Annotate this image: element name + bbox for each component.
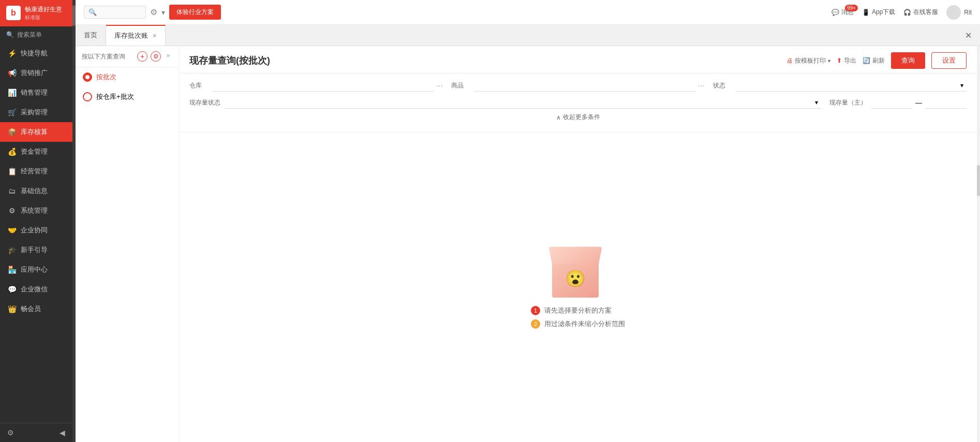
topbar-dropdown-icon[interactable]: ▾: [161, 8, 165, 17]
sidebar-item-label: 企业微信: [21, 285, 48, 294]
inventory-icon: 📦: [7, 127, 17, 137]
guide-icon: 🎓: [7, 245, 17, 255]
inventory-status-dropdown-icon: ▾: [815, 99, 818, 106]
collab-icon: 🤝: [7, 226, 17, 235]
sidebar-item-inventory[interactable]: 📦 库存核算: [0, 122, 72, 142]
empty-steps: 1 请先选择要分析的方案 2 用过滤条件来缩小分析范围: [531, 306, 625, 329]
phone-icon: 📱: [862, 9, 870, 16]
filter-row-1: 仓库 ··· 商品 ··· 状态 ▾: [189, 80, 967, 92]
active-scheme-indicator: [83, 72, 92, 82]
step-2-number: 2: [531, 319, 540, 329]
inventory-status-label: 现存量状态: [189, 98, 220, 107]
warehouse-dots[interactable]: ···: [436, 81, 443, 91]
sidebar-item-label: 经营管理: [21, 167, 48, 176]
customer-service-btn[interactable]: 🎧 在线客服: [903, 8, 938, 17]
collapse-panel-button[interactable]: »: [164, 51, 172, 60]
tab-home[interactable]: 首页: [76, 25, 106, 45]
sidebar-item-label: 库存核算: [21, 127, 48, 137]
sales-icon: 📊: [7, 88, 17, 97]
industry-solution-button[interactable]: 体验行业方案: [169, 5, 221, 20]
add-scheme-button[interactable]: +: [137, 51, 147, 62]
plus-icon: +: [140, 52, 144, 61]
product-input[interactable]: [474, 80, 696, 92]
sidebar-item-collab[interactable]: 🤝 企业协同: [0, 220, 72, 240]
page-content: 按以下方案查询 + ⚙ » 按批次: [76, 46, 980, 442]
sidebar-nav: ⚡ 快捷导航 📢 营销推广 📊 销售管理 🛒 采购管理 📦 库存核算 💰 资金管…: [0, 43, 72, 423]
sidebar-item-guide[interactable]: 🎓 新手引导: [0, 240, 72, 260]
print-button[interactable]: 🖨 按模板打印 ▾: [786, 56, 830, 65]
filter-area: 仓库 ··· 商品 ··· 状态 ▾: [179, 73, 977, 132]
right-panel: 现存量查询(按批次) 🖨 按模板打印 ▾ ⬆ 导出 🔄 刷新: [179, 46, 977, 442]
app-download-btn[interactable]: 📱 App下载: [862, 8, 895, 17]
export-button[interactable]: ⬆ 导出: [837, 56, 856, 65]
scheme-by-batch-label: 按批次: [96, 72, 116, 82]
tab-inventory-batch[interactable]: 库存批次账 ✕: [106, 25, 166, 46]
empty-illustration: 😮: [547, 246, 609, 298]
tab-panel-close-icon[interactable]: ✕: [965, 31, 972, 40]
sidebar-item-wechat[interactable]: 💬 企业微信: [0, 279, 72, 299]
inactive-scheme-indicator: [83, 92, 92, 101]
sidebar-item-label: 应用中心: [21, 265, 48, 274]
sidebar-item-purchase[interactable]: 🛒 采购管理: [0, 102, 72, 122]
sidebar-item-finance[interactable]: 💰 资金管理: [0, 142, 72, 161]
collapse-more-btn[interactable]: ∧ 收起更多条件: [189, 109, 967, 126]
sidebar-scrollbar[interactable]: [72, 0, 76, 442]
scheme-by-warehouse-batch-label: 按仓库+批次: [96, 92, 134, 101]
scheme-item-by-warehouse-batch[interactable]: 按仓库+批次: [76, 87, 179, 107]
empty-step-1: 1 请先选择要分析的方案: [531, 306, 625, 315]
warehouse-input[interactable]: [212, 80, 434, 92]
sidebar-item-basic[interactable]: 🗂 基础信息: [0, 181, 72, 201]
sidebar-item-marketing[interactable]: 📢 营销推广: [0, 63, 72, 83]
main-area: 🔍 ⚙ ▾ 体验行业方案 💬 消息 99+ 📱 App下载 🎧 在线客服: [76, 0, 980, 442]
page-header: 现存量查询(按批次) 🖨 按模板打印 ▾ ⬆ 导出 🔄 刷新: [179, 46, 977, 73]
export-label: 导出: [844, 56, 856, 65]
status-filter: 状态 ▾: [713, 80, 967, 92]
topbar-search[interactable]: 🔍: [84, 6, 146, 19]
scheme-item-by-batch[interactable]: 按批次: [76, 67, 179, 87]
settings-scheme-button[interactable]: ⚙: [151, 51, 161, 62]
export-icon: ⬆: [837, 57, 842, 64]
tab-close-icon[interactable]: ✕: [152, 33, 157, 39]
qty-max-input[interactable]: [925, 97, 967, 109]
marketing-icon: 📢: [7, 68, 17, 78]
topbar-gear-icon[interactable]: ⚙: [150, 7, 157, 17]
qty-min-input[interactable]: [871, 97, 912, 109]
sidebar-item-quick-nav[interactable]: ⚡ 快捷导航: [0, 43, 72, 63]
message-icon: 💬: [831, 9, 839, 16]
wechat-icon: 💬: [7, 285, 17, 294]
print-icon: 🖨: [786, 57, 793, 64]
page-header-actions: 🖨 按模板打印 ▾ ⬆ 导出 🔄 刷新 查询 设置: [786, 52, 967, 69]
content-scrollbar[interactable]: [977, 46, 980, 442]
settings-footer-icon[interactable]: ⚙: [7, 429, 14, 437]
sidebar-item-app-center[interactable]: 🏪 应用中心: [0, 260, 72, 279]
empty-step-2: 2 用过滤条件来缩小分析范围: [531, 319, 625, 329]
warehouse-label: 仓库: [189, 81, 208, 90]
app-version: 标准版: [25, 14, 62, 21]
print-dropdown-icon[interactable]: ▾: [828, 58, 830, 64]
finance-icon: 💰: [7, 147, 17, 156]
qty-separator: —: [915, 99, 922, 107]
sidebar-item-label: 系统管理: [21, 206, 48, 215]
status-dropdown-icon: ▾: [960, 82, 963, 89]
settings-button[interactable]: 设置: [931, 52, 967, 69]
sidebar-item-system[interactable]: ⚙ 系统管理: [0, 201, 72, 220]
user-menu[interactable]: Rit: [946, 5, 972, 20]
inventory-status-select[interactable]: ▾: [225, 97, 821, 109]
product-dots[interactable]: ···: [698, 81, 705, 91]
sidebar-item-sales[interactable]: 📊 销售管理: [0, 83, 72, 102]
status-select[interactable]: ▾: [736, 80, 967, 92]
refresh-button[interactable]: 🔄 刷新: [863, 56, 885, 65]
tab-home-label: 首页: [84, 31, 97, 40]
sidebar-item-label: 畅会员: [21, 304, 41, 314]
refresh-label: 刷新: [872, 56, 885, 65]
inventory-qty-filter: 现存量（主） —: [829, 97, 967, 109]
collapse-sidebar-btn[interactable]: ◀: [60, 429, 65, 437]
sidebar-item-operation[interactable]: 📋 经营管理: [0, 161, 72, 181]
search-menu[interactable]: 🔍 搜索菜单: [0, 26, 72, 43]
inventory-status-filter: 现存量状态 ▾: [189, 97, 821, 109]
sidebar-item-member[interactable]: 👑 畅会员: [0, 299, 72, 319]
empty-box-icon: 😮: [565, 269, 586, 288]
message-badge[interactable]: 💬 消息 99+: [831, 8, 854, 17]
topbar-search-icon: 🔍: [88, 8, 97, 16]
query-button[interactable]: 查询: [891, 52, 925, 69]
